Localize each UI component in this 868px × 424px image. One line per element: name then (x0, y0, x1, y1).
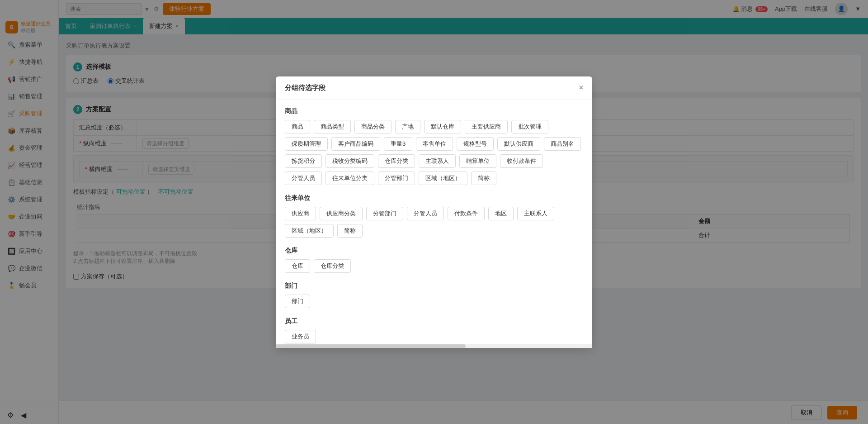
field-tag-0-8[interactable]: 客户商品编码 (331, 137, 380, 151)
field-tag-0-10[interactable]: 零售单位 (416, 137, 453, 151)
field-tag-0-24[interactable]: 简称 (471, 172, 496, 185)
field-tag-0-9[interactable]: 重量3 (384, 137, 412, 151)
field-tag-1-3[interactable]: 分管人员 (407, 207, 444, 220)
field-tag-0-22[interactable]: 分管部门 (378, 172, 415, 185)
field-tag-1-1[interactable]: 供应商分类 (320, 207, 363, 220)
modal-header: 分组待选字段 × (276, 76, 592, 100)
fields-grid-0: 商品商品类型商品分类产地默认仓库主要供应商批次管理保质期管理客户商品编码重量3零… (285, 120, 583, 185)
field-tag-0-0[interactable]: 商品 (285, 120, 310, 133)
field-section-3: 部门部门 (285, 282, 583, 308)
field-tag-4-0[interactable]: 业务员 (285, 330, 316, 343)
field-tag-0-23[interactable]: 区域（地区） (419, 172, 467, 185)
field-tag-1-7[interactable]: 区域（地区） (285, 224, 334, 238)
field-tag-1-0[interactable]: 供应商 (285, 207, 316, 220)
field-section-0: 商品商品商品类型商品分类产地默认仓库主要供应商批次管理保质期管理客户商品编码重量… (285, 107, 583, 185)
field-tag-1-6[interactable]: 主联系人 (517, 207, 554, 220)
field-section-title-3: 部门 (285, 282, 583, 290)
field-tag-2-0[interactable]: 仓库 (285, 259, 310, 273)
field-tag-0-2[interactable]: 商品分类 (354, 120, 392, 133)
field-section-1: 往来单位供应商供应商分类分管部门分管人员付款条件地区主联系人区域（地区）简称 (285, 194, 583, 238)
field-tag-0-19[interactable]: 收付款条件 (500, 154, 543, 168)
field-section-title-4: 员工 (285, 317, 583, 325)
modal-dialog: 分组待选字段 × 商品商品商品类型商品分类产地默认仓库主要供应商批次管理保质期管… (276, 76, 592, 348)
field-tag-0-14[interactable]: 拣货积分 (285, 154, 322, 168)
field-tag-1-2[interactable]: 分管部门 (366, 207, 403, 220)
field-tag-0-17[interactable]: 主联系人 (419, 154, 456, 168)
field-tag-0-7[interactable]: 保质期管理 (285, 137, 328, 151)
field-section-title-1: 往来单位 (285, 194, 583, 202)
field-tag-1-5[interactable]: 地区 (488, 207, 514, 220)
field-section-2: 仓库仓库仓库分类 (285, 247, 583, 273)
fields-grid-2: 仓库仓库分类 (285, 259, 583, 273)
field-tag-0-1[interactable]: 商品类型 (314, 120, 351, 133)
field-tag-0-21[interactable]: 往来单位分类 (326, 172, 374, 185)
modal-overlay[interactable]: 分组待选字段 × 商品商品商品类型商品分类产地默认仓库主要供应商批次管理保质期管… (0, 0, 868, 424)
modal-scrollbar-thumb[interactable] (276, 344, 466, 348)
field-tag-1-4[interactable]: 付款条件 (448, 207, 485, 220)
field-tag-0-3[interactable]: 产地 (395, 120, 420, 133)
fields-grid-1: 供应商供应商分类分管部门分管人员付款条件地区主联系人区域（地区）简称 (285, 207, 583, 238)
field-tag-0-11[interactable]: 规格型号 (457, 137, 494, 151)
field-tag-0-13[interactable]: 商品别名 (544, 137, 581, 151)
field-tag-0-4[interactable]: 默认仓库 (424, 120, 461, 133)
fields-grid-4: 业务员 (285, 330, 583, 343)
modal-close-button[interactable]: × (579, 84, 583, 92)
field-tag-0-5[interactable]: 主要供应商 (465, 120, 508, 133)
field-tag-1-8[interactable]: 简称 (337, 224, 363, 238)
modal-title: 分组待选字段 (285, 84, 326, 92)
field-section-title-2: 仓库 (285, 247, 583, 255)
modal-body: 商品商品商品类型商品分类产地默认仓库主要供应商批次管理保质期管理客户商品编码重量… (276, 100, 592, 344)
field-tag-0-15[interactable]: 税收分类编码 (326, 154, 374, 168)
field-tag-0-16[interactable]: 仓库分类 (378, 154, 415, 168)
field-tag-0-6[interactable]: 批次管理 (511, 120, 548, 133)
field-tag-2-1[interactable]: 仓库分类 (314, 259, 351, 273)
field-tag-0-20[interactable]: 分管人员 (285, 172, 322, 185)
field-tag-0-18[interactable]: 结算单位 (459, 154, 496, 168)
modal-scrollbar-track[interactable] (276, 344, 592, 348)
field-section-4: 员工业务员 (285, 317, 583, 343)
fields-grid-3: 部门 (285, 295, 583, 308)
field-tag-0-12[interactable]: 默认供应商 (497, 137, 540, 151)
field-tag-3-0[interactable]: 部门 (285, 295, 310, 308)
field-section-title-0: 商品 (285, 107, 583, 115)
